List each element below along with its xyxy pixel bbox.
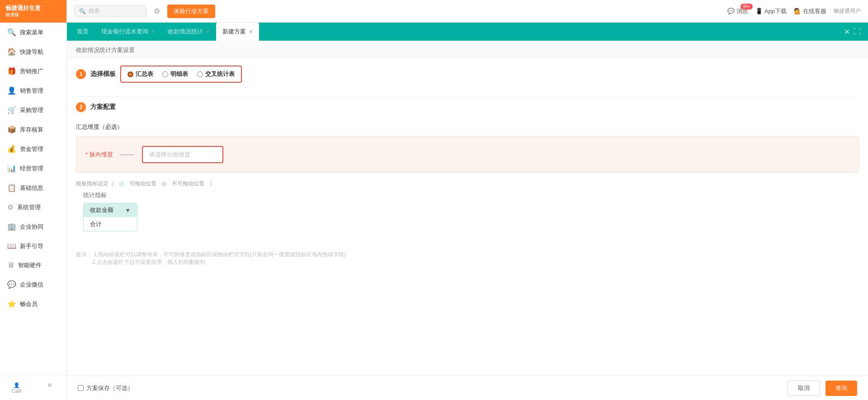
- dimension-row: * 纵向维度 —— 请选择分组维度: [85, 146, 849, 163]
- sidebar-item-label: 库存核算: [20, 126, 43, 134]
- tab-close-icon[interactable]: ✕: [844, 28, 850, 36]
- hint-2: 2.点击标题栏下拉可设置排序、插入列和删除列: [76, 259, 859, 266]
- close-receipt-icon[interactable]: ✕: [206, 29, 210, 35]
- topbar-search-box[interactable]: 🔍 搜索: [74, 5, 146, 17]
- hint-area: 提示： 1.拖动标题栏可以调整布局，不可跨维度或指标区域拖动栏目字段(只能在同一…: [67, 245, 868, 272]
- step1-label: 1 选择模板 汇总表 明细表 交叉统计表: [76, 66, 859, 83]
- save-checkbox[interactable]: [78, 385, 84, 391]
- building-icon: 🏢: [7, 222, 16, 231]
- industry-btn[interactable]: 体验行业方案: [167, 5, 215, 18]
- sidebar-item-sales[interactable]: 👤 销售管理: [0, 81, 66, 100]
- sidebar-item-label: 采购管理: [20, 106, 43, 114]
- table-header-label: 收款金额: [90, 206, 113, 214]
- sidebar-item-marketing[interactable]: 🎁 营销推广: [0, 61, 66, 81]
- sidebar-item-system[interactable]: ⚙ 系统管理: [0, 198, 66, 217]
- sidebar-item-label: 企业协同: [20, 223, 43, 231]
- online-service-btn[interactable]: 💁 在线客服: [794, 7, 826, 15]
- metrics-table-header[interactable]: 收款金额 ▼: [84, 203, 137, 217]
- sidebar-item-enterprise[interactable]: 🏢 企业协同: [0, 217, 66, 236]
- sidebar-item-label: 企业微信: [20, 281, 43, 289]
- page-header: 收款情况统计方案设置: [67, 41, 868, 58]
- cancel-button[interactable]: 取消: [788, 381, 820, 396]
- query-button[interactable]: 查询: [826, 381, 857, 396]
- tab-bank-query[interactable]: 现金银行流水查询 ✕: [95, 23, 161, 41]
- radio-detail-label: 明细表: [170, 70, 188, 78]
- message-badge: 99+: [741, 4, 753, 9]
- sidebar-item-basic-info[interactable]: 📋 基础信息: [0, 178, 66, 198]
- step2-section: 2 方案配置 汇总维度（必选） * 纵向维度 —— 请选择分组维度 模板指标设定…: [67, 97, 868, 245]
- tab-home[interactable]: 首页: [71, 23, 95, 41]
- dropdown-icon[interactable]: ▼: [125, 207, 131, 214]
- bottom-user-label: CaR: [0, 388, 33, 394]
- radio-summary[interactable]: 汇总表: [127, 70, 153, 78]
- message-btn[interactable]: 💬 消息 99+: [727, 7, 748, 15]
- table-row-label: 合计: [90, 221, 102, 227]
- sidebar-bottom-user[interactable]: 👤 CaR: [0, 380, 33, 396]
- sidebar-item-label: 系统管理: [17, 203, 41, 212]
- search-placeholder: 搜索: [89, 7, 99, 15]
- radio-detail[interactable]: 明细表: [162, 70, 188, 78]
- radio-cross-label: 交叉统计表: [205, 70, 235, 78]
- radio-summary-label: 汇总表: [136, 70, 153, 78]
- sidebar-item-hardware[interactable]: 🖥 智能硬件: [0, 256, 66, 275]
- arrow-icon: ——: [120, 151, 135, 159]
- radio-detail-input[interactable]: [162, 71, 168, 77]
- app-download-btn[interactable]: 📱 App下载: [755, 7, 787, 15]
- vertical-dim-select[interactable]: 请选择分组维度: [142, 146, 223, 163]
- radio-summary-input[interactable]: [127, 71, 133, 77]
- hint-1: 提示： 1.拖动标题栏可以调整布局，不可跨维度或指标区域拖动栏目字段(只能在同一…: [76, 251, 859, 259]
- bottom-user-icon: 👤: [0, 382, 33, 388]
- save-option: 方案保存（可选）: [78, 384, 133, 392]
- tab-receipt-stats[interactable]: 收款情况统计 ✕: [161, 23, 216, 41]
- metrics-table: 收款金额 ▼ 合计: [83, 203, 137, 231]
- search-menu-icon: 🔍: [7, 28, 16, 37]
- sidebar-item-quick-nav[interactable]: 🏠 快捷导航: [0, 42, 66, 61]
- sidebar-item-label: 新手引导: [20, 242, 43, 250]
- tab-bank-label: 现金银行流水查询: [101, 28, 148, 36]
- sidebar-item-guide[interactable]: 📖 新手引导: [0, 236, 66, 256]
- footer-buttons: 取消 查询: [788, 381, 857, 396]
- book-icon: 📖: [7, 242, 16, 250]
- radio-cross[interactable]: 交叉统计表: [197, 70, 235, 78]
- save-label: 方案保存（可选）: [86, 384, 133, 392]
- message-icon: 💬: [727, 8, 735, 14]
- sidebar-item-label: 快捷导航: [20, 48, 43, 56]
- chart-icon: 📊: [7, 164, 16, 173]
- sidebar-item-inventory[interactable]: 📦 库存核算: [0, 120, 66, 139]
- close-bank-icon[interactable]: ✕: [151, 29, 155, 35]
- metrics-area: 模板指标设定（ 可拖动位置 不可拖动位置 ） 统计指标 收款金额 ▼: [76, 180, 859, 233]
- main-area: 🔍 搜索 ⚙ 体验行业方案 💬 消息 99+ 📱 App下载 💁 在线客服 畅捷…: [67, 0, 868, 400]
- tab-new-plan[interactable]: 新建方案 ✕: [216, 23, 259, 41]
- home-icon: 🏠: [7, 47, 16, 56]
- sidebar-item-member[interactable]: ⭐ 畅会员: [0, 294, 66, 314]
- content-area: 收款情况统计方案设置 1 选择模板 汇总表 明细表: [67, 41, 868, 400]
- app-download-label: App下载: [764, 7, 787, 15]
- tab-expand-icon[interactable]: ⛶: [854, 28, 861, 36]
- radio-cross-input[interactable]: [197, 71, 203, 77]
- tab-home-label: 首页: [77, 28, 89, 36]
- sidebar-item-search-menu[interactable]: 🔍 搜索菜单: [0, 23, 66, 42]
- sidebar-bottom: 👤 CaR ⚙: [0, 376, 66, 400]
- settings-icon[interactable]: ⚙: [154, 7, 160, 15]
- step2-title: 方案配置: [90, 103, 116, 111]
- search-icon: 🔍: [79, 8, 86, 14]
- step2-label: 2 方案配置: [76, 102, 859, 112]
- user-icon: 👤: [7, 86, 16, 95]
- sidebar-item-purchase[interactable]: 🛒 采购管理: [0, 100, 66, 120]
- star-icon: ⭐: [7, 300, 16, 308]
- tab-receipt-label: 收款情况统计: [168, 28, 203, 36]
- sidebar-item-weixin[interactable]: 💬 企业微信: [0, 275, 66, 294]
- sidebar-item-label: 智能硬件: [18, 261, 42, 269]
- bottom-settings-icon: ⚙: [33, 382, 67, 388]
- dimension-section-title: 汇总维度（必选）: [76, 123, 859, 131]
- sidebar-item-finance[interactable]: 💰 资金管理: [0, 139, 66, 159]
- sidebar-item-operations[interactable]: 📊 经营管理: [0, 159, 66, 178]
- sidebar-item-label: 经营管理: [20, 165, 43, 173]
- topbar-right: 💬 消息 99+ 📱 App下载 💁 在线客服 畅捷通用户: [727, 7, 861, 15]
- online-service-label: 在线客服: [803, 7, 826, 15]
- close-new-plan-icon[interactable]: ✕: [249, 29, 253, 35]
- template-radio-group: 汇总表 明细表 交叉统计表: [120, 66, 242, 83]
- sidebar-bottom-settings[interactable]: ⚙: [33, 380, 67, 396]
- tab-new-plan-label: 新建方案: [222, 28, 246, 36]
- mobile-icon: 📱: [755, 8, 763, 14]
